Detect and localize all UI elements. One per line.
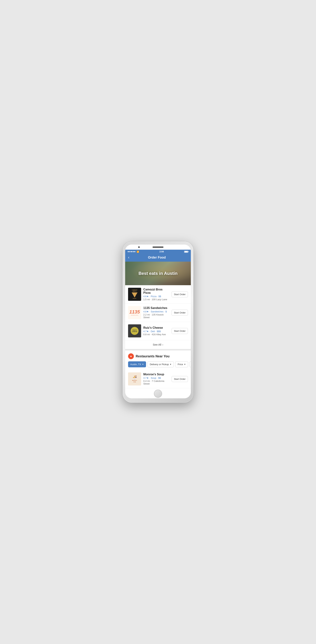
price-range: $$ [158,376,161,379]
restaurant-detail: 0.8 mi · 416 Alley Ave [143,333,169,336]
phone-speaker [153,246,163,248]
see-all-row[interactable]: See All › [125,340,191,350]
restaurant-logo-camozzi: CAMOZZIBRO'S PIZZA [128,288,141,301]
signal-dot-3 [131,251,132,252]
star-icon: ★ [147,295,149,298]
restaurant-rating: 4.7★ · Soup · $$ [143,376,169,379]
restaurant-name: Ruiz's Cheese [143,326,169,330]
signal-dot-4 [133,251,134,252]
hero-text: Best eats in Austin [135,271,181,276]
status-bar: 📶 2:04 [125,250,191,254]
start-order-button[interactable]: Start Order [172,291,188,297]
star-icon: ★ [147,310,149,313]
restaurant-category: Soup [151,376,156,379]
battery-fill [184,251,188,252]
distance: 0.8 mi [143,333,150,336]
restaurant-list: CAMOZZIBRO'S PIZZA Camozzi Bros Pizza 4.… [125,285,191,350]
restaurant-category: Deli [151,330,155,333]
address: 416 Alley Ave [152,333,166,336]
nearby-header: ● Restaurants Near You [125,350,191,361]
logo-1135-text: 1135 [129,310,140,314]
start-order-button[interactable]: Start Order [172,328,188,334]
rating-value: 4.7 [143,330,147,333]
app-header: ‹ Order Food [125,254,191,262]
restaurant-rating: 4.8★ · Sandwiches · $ [143,310,169,313]
location-pin-icon: ● [128,353,134,359]
restaurant-info: Camozzi Bros Pizza 4.6★ · Pizza · $$ 1.5… [143,288,169,301]
camozzi-logo-bottom-text: PIZZA [133,298,136,299]
filter-row: Austin, TX ▼ Delivery or Pickup ▼ Price … [125,361,191,370]
restaurant-logo-ruiz: RUIZ'SCHEESE [128,324,141,338]
hero-banner: Best eats in Austin [125,262,191,285]
location-filter-button[interactable]: Austin, TX ▼ [128,361,146,367]
price-range: $$ [159,295,161,298]
start-order-button[interactable]: Start Order [172,376,188,382]
list-item: 🍜 Monroe'ssoup Monroe's Soup 4.7★ · Soup… [125,370,191,388]
restaurant-detail: 0.4 mi · 7 Caledonia Street [143,380,169,385]
nearby-section: ● Restaurants Near You Austin, TX ▼ Deli… [125,350,191,388]
restaurant-category: Sandwiches [151,310,163,313]
status-time: 2:04 [159,250,164,253]
battery-icon [184,251,188,253]
restaurant-name: Monroe's Soup [143,373,169,376]
battery-body [184,251,188,253]
open-filter-button[interactable]: ⏱ Ope [190,361,191,367]
see-all-label: See All [153,343,161,346]
ruiz-logo-text: RUIZ'SCHEESE [132,330,137,332]
distance: 2.2 mi [143,313,150,316]
price-range: $$$ [157,330,161,333]
page-title: Order Food [131,256,182,260]
pizza-triangle-icon [132,292,138,298]
restaurant-rating: 4.7★ · Deli · $$$ [143,330,169,333]
location-filter-label: Austin, TX [130,363,141,366]
home-button[interactable] [154,390,162,398]
delivery-pickup-filter-button[interactable]: Delivery or Pickup ▼ [147,361,174,367]
restaurant-info: Monroe's Soup 4.7★ · Soup · $$ 0.4 mi · … [143,373,169,385]
phone-frame: 📶 2:04 ‹ Order Food Best eats in Austin [123,241,193,403]
monroe-logo-text: Monroe'ssoup [132,380,137,383]
restaurant-name: Camozzi Bros Pizza [143,288,169,294]
restaurant-category: Pizza [151,295,157,298]
logo-1135-sub: sandwiches [129,314,140,316]
price-range: $ [165,310,167,313]
dropdown-chevron-icon: ▼ [170,363,171,365]
rating-value: 4.7 [143,376,147,379]
rating-value: 4.6 [143,295,147,298]
list-item: RUIZ'SCHEESE Ruiz's Cheese 4.7★ · Deli ·… [125,322,191,340]
signal-dot-5 [134,251,135,252]
back-button[interactable]: ‹ [128,256,129,260]
address: 100 Lazy Lane [152,298,167,301]
chevron-right-icon: › [162,343,163,346]
restaurant-name: 1135 Sandwiches [143,306,169,310]
nearby-title: Restaurants Near You [136,354,169,358]
distance: 0.4 mi [143,380,150,382]
restaurant-logo-monroe: 🍜 Monroe'ssoup [128,372,141,386]
start-order-button[interactable]: Start Order [172,310,188,316]
dropdown-chevron-icon: ▼ [184,363,186,365]
ruiz-badge: RUIZ'SCHEESE [131,327,139,335]
signal-dot-1 [128,251,129,252]
restaurant-rating: 4.6★ · Pizza · $$ [143,295,169,298]
rating-value: 4.8 [143,310,147,313]
restaurant-logo-1135: 1135 sandwiches [128,306,141,319]
list-item: CAMOZZIBRO'S PIZZA Camozzi Bros Pizza 4.… [125,285,191,304]
status-signal: 📶 [128,250,139,253]
camozzi-logo-top-text: CAMOZZIBRO'S [132,289,138,292]
dropdown-chevron-icon: ▼ [142,363,144,365]
restaurant-detail: 1.5 mi · 100 Lazy Lane [143,298,169,301]
delivery-pickup-label: Delivery or Pickup [150,363,169,366]
price-filter-button[interactable]: Price ▼ [175,361,188,367]
wifi-icon: 📶 [137,250,139,253]
distance: 1.5 mi [143,298,150,301]
price-filter-label: Price [178,363,183,366]
star-icon: ★ [147,376,149,379]
restaurant-info: Ruiz's Cheese 4.7★ · Deli · $$$ 0.8 mi ·… [143,326,169,336]
restaurant-info: 1135 Sandwiches 4.8★ · Sandwiches · $ 2.… [143,306,169,319]
soup-bowl-icon: 🍜 [132,375,137,380]
home-indicator-area [125,388,191,398]
star-icon: ★ [147,330,149,333]
phone-screen: 📶 2:04 ‹ Order Food Best eats in Austin [125,244,191,398]
phone-camera [138,246,140,248]
list-item: 1135 sandwiches 1135 Sandwiches 4.8★ · S… [125,304,191,322]
restaurant-detail: 2.2 mi · 135 Kissick Street [143,313,169,319]
